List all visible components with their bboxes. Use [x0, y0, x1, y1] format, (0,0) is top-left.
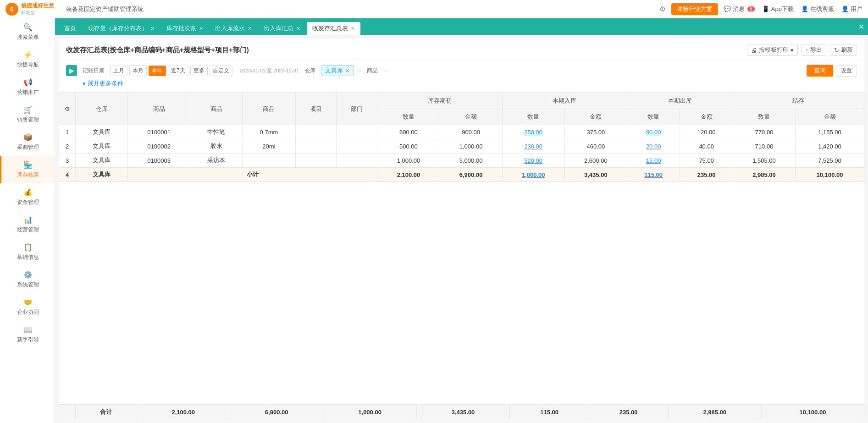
filter-toggle-button[interactable]: ▶: [66, 65, 77, 76]
row-spec: 20ml: [243, 139, 295, 154]
row-init-amt: 5,000.00: [440, 154, 502, 168]
online-service-button[interactable]: 👤 在线客服: [801, 5, 834, 13]
date-more-button[interactable]: 更多: [190, 66, 208, 76]
app-download-button[interactable]: 📱 App下载: [762, 5, 794, 13]
th-project: 项目: [295, 93, 336, 125]
sidebar-label-7: 经营管理: [17, 226, 39, 234]
goods-more[interactable]: ···: [383, 67, 388, 74]
th-settings[interactable]: ⚙: [59, 93, 76, 125]
system-title: 装备及固定资产辅助管理系统: [66, 5, 654, 13]
sidebar: 🔍 搜索菜单 ⚡ 快捷导航 📢 营销推广 🛒 销售管理 📦 采购管理 🏪 库存核…: [0, 18, 55, 423]
row-code: 0100001: [128, 125, 190, 139]
refresh-icon: ↻: [834, 47, 839, 54]
refresh-button[interactable]: ↻ 刷新: [830, 44, 857, 56]
page-inner: 收发存汇总表(按仓库+商品编码+商品+规格型号+项目+部门) 🖨 按模板打印 ▾…: [59, 38, 864, 419]
tab-5[interactable]: 收发存汇总表✕: [307, 22, 360, 35]
sidebar-item-9[interactable]: ⚙️ 系统管理: [0, 266, 55, 293]
row-dept: [337, 139, 377, 154]
main-layout: 🔍 搜索菜单 ⚡ 快捷导航 📢 营销推广 🛒 销售管理 📦 采购管理 🏪 库存核…: [0, 18, 868, 423]
logo-text: 畅捷通好生意 标准版: [21, 2, 54, 16]
row-project: [295, 125, 336, 139]
sidebar-label-11: 新手引导: [17, 336, 39, 344]
date-custom-button[interactable]: 自定义: [210, 66, 232, 76]
row-in-qty[interactable]: 520.00: [502, 154, 564, 168]
row-out-qty[interactable]: 80.00: [627, 125, 680, 139]
sidebar-item-0[interactable]: 🔍 搜索菜单: [0, 18, 55, 46]
sidebar-item-5[interactable]: 🏪 库存核算: [0, 156, 55, 183]
tab-3[interactable]: 出入库流水✕: [210, 22, 257, 35]
row-out-amt: 40.00: [680, 139, 733, 154]
sub-in-qty[interactable]: 1,000.00: [502, 168, 564, 182]
row-project: [295, 139, 336, 154]
row-name: 中性笔: [190, 125, 243, 139]
sidebar-item-8[interactable]: 📋 基础信息: [0, 238, 55, 266]
tab-close-5[interactable]: ✕: [351, 26, 355, 32]
service-icon: 👤: [801, 5, 808, 12]
sidebar-label-4: 采购管理: [17, 143, 39, 151]
chevron-down-icon: ▾: [791, 47, 794, 54]
tab-close-3[interactable]: ✕: [248, 26, 252, 32]
export-button[interactable]: ↑ 导出: [802, 44, 827, 56]
row-bal-amt: 1,420.00: [796, 139, 864, 154]
row-out-qty[interactable]: 15.00: [627, 154, 680, 168]
trial-button[interactable]: 体验行业方案: [671, 3, 718, 15]
sidebar-item-6[interactable]: 💰 资金管理: [0, 183, 55, 211]
logo-area: 6 畅捷通好生意 标准版: [6, 2, 61, 16]
sidebar-item-1[interactable]: ⚡ 快捷导航: [0, 46, 55, 73]
sidebar-item-3[interactable]: 🛒 销售管理: [0, 101, 55, 128]
messages-button[interactable]: 💬 消息 6: [724, 5, 755, 13]
sidebar-item-10[interactable]: 🤝 企业协同: [0, 293, 55, 321]
row-bal-qty: 1,505.00: [733, 154, 795, 168]
row-in-qty[interactable]: 250.00: [502, 125, 564, 139]
th-bal-amt: 金额: [796, 109, 864, 125]
tab-bar-close-button[interactable]: ✕: [858, 22, 864, 31]
date-options: 上月 本月 本年 近7天 更多 自定义: [110, 66, 232, 76]
total-bal-amt: 10,100.00: [761, 405, 864, 419]
filter-area: ▶ 记账日期 上月 本月 本年 近7天 更多 自定义 2023-01-01 至 …: [59, 60, 864, 93]
tab-1[interactable]: 现存量（库存分布表）✕: [83, 22, 160, 35]
tab-close-1[interactable]: ✕: [150, 26, 155, 32]
gear-button[interactable]: ⚙: [659, 5, 666, 13]
row-init-amt: 900.00: [440, 125, 502, 139]
search-button[interactable]: 查询: [807, 65, 833, 77]
warehouse-more[interactable]: ···: [357, 67, 361, 74]
warehouse-tag-close[interactable]: ✕: [345, 67, 350, 74]
expand-conditions-button[interactable]: ▾ 展开更多条件: [83, 79, 857, 88]
sidebar-label-9: 系统管理: [17, 281, 39, 289]
print-button[interactable]: 🖨 按模板打印 ▾: [747, 44, 798, 56]
row-bal-amt: 1,155.00: [796, 125, 864, 139]
th-bal-qty: 数量: [733, 109, 795, 125]
sidebar-item-11[interactable]: 📖 新手引导: [0, 321, 55, 348]
data-table: ⚙ 仓库 商品 商品 商品 项目 部门 库存期初 本期入库 本期出库: [59, 93, 864, 182]
tab-label-5: 收发存汇总表: [312, 24, 348, 33]
page-header-actions: 🖨 按模板打印 ▾ ↑ 导出 ↻ 刷新: [747, 44, 857, 56]
th-in-amt: 金额: [564, 109, 627, 125]
date-this-month-button[interactable]: 本月: [129, 66, 147, 76]
sidebar-icon-11: 📖: [23, 325, 33, 334]
tab-close-2[interactable]: ✕: [199, 26, 203, 32]
warehouse-tag: 文具库 ✕: [321, 65, 354, 76]
tab-2[interactable]: 库存批次账✕: [161, 22, 209, 35]
tab-4[interactable]: 出入库汇总✕: [258, 22, 306, 35]
row-warehouse: 文具库: [76, 139, 128, 154]
tab-0[interactable]: 首页: [59, 22, 82, 35]
row-in-amt: 460.00: [564, 139, 627, 154]
sidebar-item-4[interactable]: 📦 采购管理: [0, 128, 55, 156]
tab-bar: 首页现存量（库存分布表）✕库存批次账✕出入库流水✕出入库汇总✕收发存汇总表✕ ✕: [55, 18, 868, 35]
date-this-year-button[interactable]: 本年: [149, 66, 166, 76]
row-out-qty[interactable]: 20.00: [627, 139, 680, 154]
tab-close-4[interactable]: ✕: [296, 26, 300, 32]
settings-button[interactable]: 设置: [836, 65, 857, 77]
sub-out-qty[interactable]: 115.00: [627, 168, 680, 182]
date-last-month-button[interactable]: 上月: [110, 66, 127, 76]
sidebar-item-2[interactable]: 📢 营销推广: [0, 73, 55, 101]
sidebar-icon-5: 🏪: [23, 160, 33, 169]
row-in-qty[interactable]: 230.00: [502, 139, 564, 154]
date-7days-button[interactable]: 近7天: [168, 66, 188, 76]
warehouse-filter: 文具库 ✕ ···: [321, 65, 361, 76]
user-button[interactable]: 👤 用户: [841, 5, 862, 13]
row-spec: 0.7mm: [243, 125, 295, 139]
table-row: 3 文具库 0100003 采访本 1,000.00 5,000.00 520.…: [59, 154, 864, 168]
sidebar-item-7[interactable]: 📊 经营管理: [0, 211, 55, 238]
filter-row: ▶ 记账日期 上月 本月 本年 近7天 更多 自定义 2023-01-01 至 …: [66, 65, 857, 77]
